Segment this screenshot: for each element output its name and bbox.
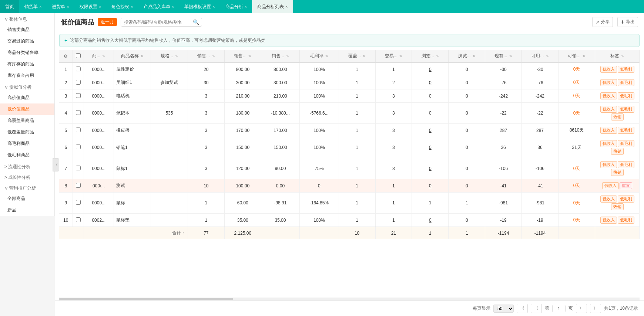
row-checkbox[interactable] — [76, 128, 81, 132]
cell-checkbox[interactable] — [73, 214, 84, 227]
col-saleable[interactable]: 可销... ⇅ — [558, 50, 595, 62]
browse-link[interactable]: 1 — [429, 200, 432, 205]
sidebar-item-inventory-products[interactable]: 有库存的商品 — [0, 58, 54, 70]
settings-icon[interactable]: ⚙ — [64, 54, 68, 59]
nav-template-settings[interactable]: 单据模板设置 × — [179, 0, 220, 13]
col-trade[interactable]: 交易... ⇅ — [375, 50, 412, 62]
nav-home[interactable]: 首页 — [0, 0, 19, 13]
browse-link[interactable]: 0 — [429, 111, 432, 116]
nav-sales-order[interactable]: 销货单 × — [19, 0, 47, 13]
sidebar-group-overall[interactable]: ∨ 整体信息 — [0, 13, 54, 24]
sidebar-item-traded-products[interactable]: 交易过的商品 — [0, 35, 54, 47]
nav-close-permissions[interactable]: × — [99, 4, 101, 9]
export-button[interactable]: ⬇ 导出 — [617, 17, 638, 27]
col-sale2[interactable]: 销售... ⇅ — [224, 50, 261, 62]
col-cover[interactable]: 覆盖... ⇅ — [339, 50, 375, 62]
browse-link[interactable]: 0 — [429, 94, 432, 99]
cell-checkbox[interactable] — [73, 76, 84, 89]
col-browse1[interactable]: 浏览... ⇅ — [412, 50, 449, 62]
cell-browse1[interactable]: 0 — [412, 214, 449, 227]
cell-browse1[interactable]: 0 — [412, 179, 449, 193]
search-icon[interactable]: 🔍 — [193, 19, 199, 25]
sidebar-item-high-coverage[interactable]: 高覆盖量商品 — [0, 115, 54, 126]
nav-permissions[interactable]: 权限设置 × — [74, 0, 106, 13]
col-browse2[interactable]: 浏览... ⇅ — [449, 50, 485, 62]
sidebar-item-low-value[interactable]: 低价值商品 — [0, 103, 54, 115]
row-checkbox[interactable] — [76, 67, 81, 71]
horizontal-scrollbar[interactable] — [59, 298, 640, 300]
row-checkbox[interactable] — [76, 200, 81, 205]
cell-checkbox[interactable] — [73, 62, 84, 76]
sidebar-item-all-products[interactable]: 全部商品 — [0, 193, 54, 204]
browse-link[interactable]: 0 — [429, 80, 432, 85]
nav-close-finished[interactable]: × — [172, 4, 174, 9]
row-checkbox[interactable] — [76, 93, 81, 98]
row-checkbox[interactable] — [76, 217, 81, 222]
sidebar-group-contribution[interactable]: ∨ 贡献值分析 — [0, 81, 54, 92]
cell-checkbox[interactable] — [73, 179, 84, 193]
cell-checkbox[interactable] — [73, 89, 84, 103]
select-all-checkbox[interactable] — [76, 53, 81, 58]
per-page-select[interactable]: 50 100 200 — [493, 305, 514, 313]
sidebar-item-low-coverage[interactable]: 低覆盖量商品 — [0, 126, 54, 138]
sidebar-item-category-rate[interactable]: 商品分类销售率 — [0, 47, 54, 58]
sidebar-group-marketing[interactable]: ∨ 营销推广分析 — [0, 182, 54, 193]
nav-product-list[interactable]: 商品分析列表 × — [252, 0, 293, 13]
sidebar-item-sales-products[interactable]: 销售类商品 — [0, 24, 54, 35]
browse-link[interactable]: 0 — [429, 145, 432, 150]
nav-close-template[interactable]: × — [212, 4, 215, 9]
col-current[interactable]: 现有... ⇅ — [485, 50, 522, 62]
cell-checkbox[interactable] — [73, 193, 84, 214]
cell-browse1[interactable]: 0 — [412, 137, 449, 158]
col-tags[interactable]: 标签 ⇅ — [595, 50, 640, 62]
nav-close-sales[interactable]: × — [39, 4, 41, 9]
search-input[interactable] — [121, 18, 202, 27]
col-spec[interactable]: 规格... ⇅ — [151, 50, 188, 62]
col-gear[interactable]: ⚙ — [59, 50, 73, 62]
nav-close-purchase[interactable]: × — [67, 4, 69, 9]
col-sale3[interactable]: 销售... ⇅ — [261, 50, 299, 62]
nav-close-role[interactable]: × — [131, 4, 133, 9]
nav-role-auth[interactable]: 角色授权 × — [106, 0, 138, 13]
sidebar-item-low-margin[interactable]: 低毛利商品 — [0, 149, 54, 161]
nav-purchase-order[interactable]: 进货单 × — [47, 0, 74, 13]
cell-browse1[interactable]: 0 — [412, 103, 449, 124]
col-name[interactable]: 商品名称 ⇅ — [114, 50, 151, 62]
sidebar-group-circulation[interactable]: > 流通性分析 — [0, 161, 54, 171]
browse-link[interactable]: 0 — [429, 166, 432, 171]
next-page-button[interactable]: 〉 — [576, 304, 587, 313]
col-sale1[interactable]: 销售... ⇅ — [188, 50, 224, 62]
time-filter-button[interactable]: 近一月 — [98, 18, 117, 26]
row-checkbox[interactable] — [76, 183, 81, 188]
nav-finished-goods[interactable]: 产成品入库单 × — [138, 0, 179, 13]
browse-link[interactable]: 0 — [429, 183, 432, 188]
last-page-button[interactable]: 》 — [590, 304, 601, 313]
cell-checkbox[interactable] — [73, 158, 84, 179]
cell-browse1[interactable]: 0 — [412, 62, 449, 76]
sidebar-item-new-products[interactable]: 新品 — [0, 204, 54, 216]
row-checkbox[interactable] — [76, 80, 81, 85]
cell-browse1[interactable]: 0 — [412, 76, 449, 89]
cell-checkbox[interactable] — [73, 137, 84, 158]
sidebar-group-growth[interactable]: > 成长性分析 — [0, 171, 54, 182]
col-code[interactable]: 商... ⇅ — [84, 50, 114, 62]
share-button[interactable]: ↗ 分享 — [592, 17, 613, 27]
scroll-thumb[interactable] — [59, 298, 233, 300]
col-usable[interactable]: 可用... ⇅ — [522, 50, 559, 62]
row-checkbox[interactable] — [76, 110, 81, 115]
cell-browse1[interactable]: 1 — [412, 193, 449, 214]
browse-link[interactable]: 0 — [429, 218, 432, 223]
page-number-input[interactable] — [552, 305, 566, 312]
row-checkbox[interactable] — [76, 166, 81, 170]
nav-close-list[interactable]: × — [285, 4, 288, 9]
first-page-button[interactable]: 《 — [517, 304, 528, 313]
browse-link[interactable]: 0 — [429, 128, 432, 133]
cell-browse1[interactable]: 0 — [412, 124, 449, 137]
sidebar-item-inventory-capital[interactable]: 库存资金占用 — [0, 70, 54, 81]
sidebar-collapse-button[interactable]: 《 — [53, 158, 59, 171]
sidebar-item-high-value[interactable]: 高价值商品 — [0, 92, 54, 103]
table-container[interactable]: ⚙ 商... ⇅ 商品名称 ⇅ 规格... ⇅ 销售... ⇅ 销售... ⇅ … — [55, 50, 644, 298]
cell-browse1[interactable]: 0 — [412, 158, 449, 179]
nav-product-analysis[interactable]: 商品分析 × — [220, 0, 252, 13]
nav-close-product[interactable]: × — [245, 4, 247, 9]
